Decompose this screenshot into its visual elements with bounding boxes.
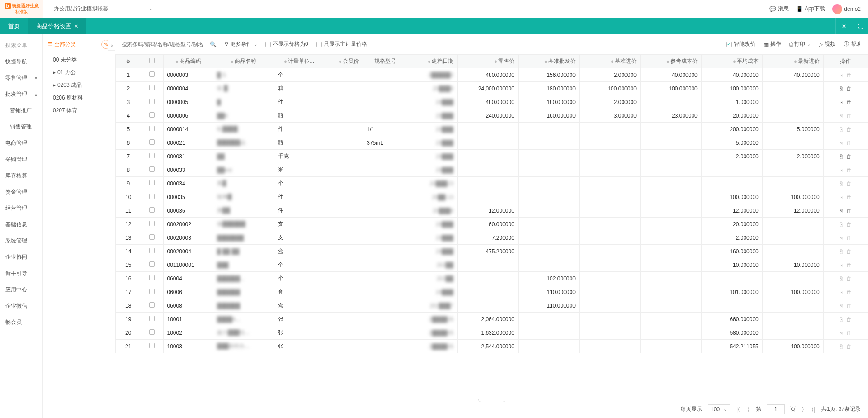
- col-base[interactable]: ◆基准进价: [579, 55, 640, 68]
- row-select[interactable]: [141, 313, 163, 326]
- table-row[interactable]: 1910001████A...张2████052,064.000000660.0…: [116, 313, 868, 326]
- cell-ops[interactable]: ⎘🗑: [823, 258, 868, 272]
- cell-ops[interactable]: ⎘🗑: [823, 340, 868, 353]
- nav-appstore[interactable]: 应用中心: [0, 281, 42, 298]
- nav-basic[interactable]: 基础信息: [0, 216, 42, 233]
- nav-sales-mgmt[interactable]: 销售管理: [0, 119, 42, 135]
- messages-button[interactable]: 💬消息: [769, 5, 789, 13]
- cell-ops[interactable]: ⎘🗑: [823, 150, 868, 163]
- copy-icon[interactable]: ⎘: [840, 167, 843, 173]
- nav-collab[interactable]: 企业协同: [0, 249, 42, 265]
- tab-home[interactable]: 首页: [0, 18, 28, 34]
- copy-icon[interactable]: ⎘: [840, 289, 843, 295]
- cell-ops[interactable]: ⎘🗑: [823, 299, 868, 313]
- print-button[interactable]: ⎙打印⌄: [789, 40, 811, 48]
- copy-icon[interactable]: ⎘: [840, 86, 843, 92]
- delete-icon[interactable]: 🗑: [846, 126, 852, 133]
- row-select[interactable]: [141, 82, 163, 95]
- copy-icon[interactable]: ⎘: [840, 99, 843, 105]
- table-row[interactable]: 2010002扬力███结...张2████051,632.000000580.…: [116, 326, 868, 340]
- table-row[interactable]: 10000003█ S个2█████0480.000000156.0000002…: [116, 68, 868, 82]
- row-select[interactable]: [141, 136, 163, 150]
- copy-icon[interactable]: ⎘: [840, 316, 843, 323]
- page-size-select[interactable]: 100⌄: [708, 404, 730, 414]
- drag-handle-icon[interactable]: [478, 399, 505, 402]
- collapse-tree-icon[interactable]: «: [108, 40, 115, 51]
- video-button[interactable]: ▷视频: [819, 40, 835, 48]
- delete-icon[interactable]: 🗑: [846, 153, 852, 160]
- tree-node-0203[interactable]: ▸0203 成品: [47, 79, 110, 91]
- page-input[interactable]: [767, 404, 785, 414]
- delete-icon[interactable]: 🗑: [846, 276, 852, 282]
- col-select-all[interactable]: [141, 55, 163, 68]
- col-name[interactable]: ◆商品名称: [213, 55, 274, 68]
- copy-icon[interactable]: ⎘: [840, 262, 843, 268]
- col-last[interactable]: ◆最新进价: [762, 55, 823, 68]
- hide-zero-checkbox[interactable]: 不显示价格为0: [265, 40, 308, 48]
- row-select[interactable]: [141, 299, 163, 313]
- copy-icon[interactable]: ⎘: [840, 248, 843, 255]
- row-select[interactable]: [141, 95, 163, 109]
- col-settings[interactable]: ⚙: [116, 55, 141, 68]
- table-row[interactable]: 40000006██K瓶20███240.000000160.0000003.0…: [116, 109, 868, 123]
- table-row[interactable]: 1606004██████...个202██102.000000⎘🗑: [116, 272, 868, 285]
- help-button[interactable]: ⓘ帮助: [844, 40, 862, 48]
- row-select[interactable]: [141, 272, 163, 285]
- row-select[interactable]: [141, 285, 163, 299]
- row-select[interactable]: [141, 204, 163, 218]
- table-row[interactable]: 1300020003███████支20███7.2000002.000000⎘…: [116, 231, 868, 245]
- delete-icon[interactable]: 🗑: [846, 167, 852, 173]
- row-select[interactable]: [141, 218, 163, 231]
- table-row[interactable]: 11000036测██件20███812.00000012.00000012.0…: [116, 204, 868, 218]
- tree-node-00[interactable]: 00 未分类: [47, 53, 110, 66]
- user-menu[interactable]: demo2: [832, 4, 861, 14]
- last-page[interactable]: ⟩|: [811, 406, 816, 413]
- table-row[interactable]: 8000033██est米20███⎘🗑: [116, 163, 868, 177]
- close-all-tabs[interactable]: ✕: [835, 18, 852, 34]
- nav-member[interactable]: 畅会员: [0, 314, 42, 330]
- nav-wechat[interactable]: 企业微信: [0, 298, 42, 314]
- delete-icon[interactable]: 🗑: [846, 330, 852, 336]
- tree-node-01[interactable]: ▸01 办公: [47, 66, 110, 79]
- table-row[interactable]: 2110003███新特办...张2████052,544.000000542.…: [116, 340, 868, 353]
- cell-ops[interactable]: ⎘🗑: [823, 245, 868, 258]
- search-icon[interactable]: 🔍: [210, 41, 217, 48]
- next-page[interactable]: ⟩: [801, 406, 805, 413]
- copy-icon[interactable]: ⎘: [840, 221, 843, 228]
- account-selector[interactable]: 办公用品行业模拟账套⌄: [43, 5, 163, 13]
- table-row[interactable]: 1706006██████套20███110.000000101.0000001…: [116, 285, 868, 299]
- ops-menu[interactable]: ▦操作: [764, 40, 781, 48]
- col-unit[interactable]: ◆计量单位...: [274, 55, 324, 68]
- delete-icon[interactable]: 🗑: [846, 262, 852, 268]
- col-member[interactable]: ◆会员价: [324, 55, 363, 68]
- close-icon[interactable]: ✕: [74, 24, 78, 29]
- table-row[interactable]: 7000031██千克20███2.0000002.000000⎘🗑: [116, 150, 868, 163]
- cell-ops[interactable]: ⎘🗑: [823, 109, 868, 123]
- tree-node-0206[interactable]: 0206 原材料: [47, 91, 110, 104]
- delete-icon[interactable]: 🗑: [846, 99, 852, 105]
- col-date[interactable]: ◆建档日期: [407, 55, 457, 68]
- cell-ops[interactable]: ⎘🗑: [823, 82, 868, 95]
- row-select[interactable]: [141, 68, 163, 82]
- app-download-button[interactable]: 📱App下载: [796, 5, 825, 13]
- table-row[interactable]: 1200020002借██████支20███60.00000020.00000…: [116, 218, 868, 231]
- delete-icon[interactable]: 🗑: [846, 289, 852, 295]
- row-select[interactable]: [141, 123, 163, 136]
- copy-icon[interactable]: ⎘: [840, 180, 843, 187]
- table-row[interactable]: 9000034奥█个20███23⎘🗑: [116, 177, 868, 190]
- row-select[interactable]: [141, 326, 163, 340]
- cell-ops[interactable]: ⎘🗑: [823, 313, 868, 326]
- row-select[interactable]: [141, 190, 163, 204]
- copy-icon[interactable]: ⎘: [840, 343, 843, 350]
- delete-icon[interactable]: 🗑: [846, 248, 852, 255]
- cell-ops[interactable]: ⎘🗑: [823, 326, 868, 340]
- copy-icon[interactable]: ⎘: [840, 153, 843, 160]
- col-code[interactable]: ◆商品编码: [163, 55, 213, 68]
- prev-page[interactable]: ⟨: [746, 406, 750, 413]
- row-select[interactable]: [141, 177, 163, 190]
- nav-finance[interactable]: 资金管理: [0, 184, 42, 200]
- copy-icon[interactable]: ⎘: [840, 194, 843, 200]
- cell-ops[interactable]: ⎘🗑: [823, 190, 868, 204]
- delete-icon[interactable]: 🗑: [846, 180, 852, 187]
- nav-quick[interactable]: 快捷导航: [0, 53, 42, 70]
